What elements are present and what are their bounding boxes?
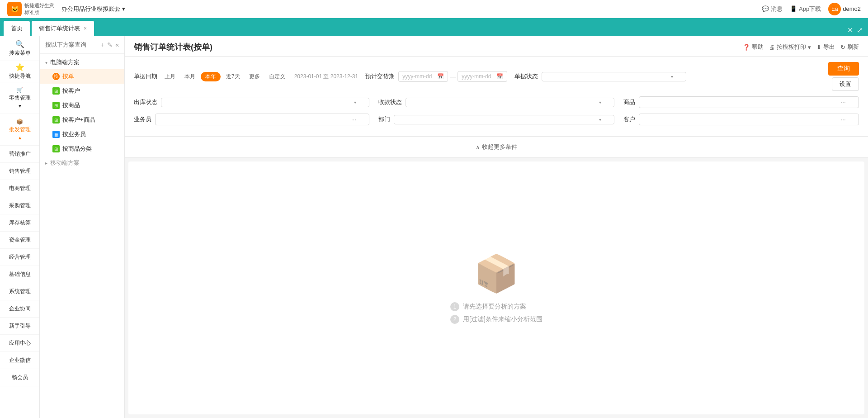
pc-scheme-group: ▾ 电脑端方案 按 按单 ⊞ 按客户 ⊞ 按商品 ⊞ 按客户+商品 [40,54,124,171]
mobile-scheme-group[interactable]: ▸ 移动端方案 [40,156,124,170]
sidebar-item-ecom[interactable]: 电商管理 [0,180,39,197]
filter-expected-date: 预计交货期 yyyy-mm-dd 📅 — yyyy-mm-dd 📅 [365,71,507,82]
window-close-icon[interactable]: ✕ [847,26,853,34]
expected-date-start[interactable]: yyyy-mm-dd 📅 [398,71,448,82]
delivery-status-select[interactable]: ▾ [161,98,369,107]
sidebar-item-basic[interactable]: 基础信息 [0,266,39,283]
filter-date: 单据日期 上月 本月 本年 近7天 更多 自定义 2023-01-01 至 20… [134,72,358,81]
date-btn-more[interactable]: 更多 [245,72,264,81]
date-btn-custom[interactable]: 自定义 [265,72,289,81]
filter-order-status: 单据状态 ▾ [514,72,686,81]
scheme-item-by-customer[interactable]: ⊞ 按客户 [40,84,124,98]
order-status-select[interactable]: ▾ [542,72,686,81]
empty-illustration: 📦 [474,252,519,295]
group-expand-icon: ▾ [45,60,47,65]
tab-home[interactable]: 首页 [4,21,30,36]
window-expand-icon[interactable]: ⤢ [857,26,863,34]
topbar-left: 🐱 畅捷通好生意 标准版 办公用品行业模拟账套 ▾ [7,2,129,16]
scheme-item-by-cust-prod[interactable]: ⊞ 按客户+商品 [40,113,124,127]
scheme-item-by-product[interactable]: ⊞ 按商品 [40,98,124,113]
sidebar-item-wechat[interactable]: 企业微信 [0,352,39,369]
app-download-button[interactable]: 📱 App下载 [790,5,821,13]
print-expand-icon: ▾ [808,44,811,51]
avatar: Ea [828,3,841,15]
topbar: 🐱 畅捷通好生意 标准版 办公用品行业模拟账套 ▾ 💬 消息 📱 App下载 E… [0,0,868,18]
date-separator: — [450,73,456,80]
query-actions: 查询 设置 [828,62,859,91]
hint-num-2: 2 [450,315,459,324]
content-area: 按以下方案查询 + ✎ « ▾ 电脑端方案 按 按单 ⊞ 按客户 [40,36,868,418]
download-icon: 📱 [790,5,797,12]
expand-icon: ▴ [19,134,21,141]
user-profile[interactable]: Ea demo2 [828,3,861,15]
print-icon: 🖨 [769,44,775,51]
empty-hints: 1 请先选择要分析的方案 2 用[过滤]条件来缩小分析范围 [450,302,542,324]
export-button[interactable]: ⬇ 导出 [816,43,835,51]
add-scheme-button[interactable]: + [101,41,104,48]
salesman-select[interactable]: ··· [155,114,369,125]
sidebar-item-appstore[interactable]: 应用中心 [0,335,39,352]
date-btn-7days[interactable]: 近7天 [222,72,244,81]
sidebar-item-finance[interactable]: 资金管理 [0,232,39,249]
expand-icon: ▾ [19,103,21,109]
workspace-selector[interactable]: 办公用品行业模拟账套 ▾ [58,3,129,15]
collapse-panel-button[interactable]: « [115,41,119,48]
customer-select[interactable]: ··· [639,114,859,125]
pc-scheme-group-header[interactable]: ▾ 电脑端方案 [40,56,124,69]
expected-date-end[interactable]: yyyy-mm-dd 📅 [458,71,507,82]
sidebar-item-system[interactable]: 系统管理 [0,283,39,300]
sidebar: 🔍 搜索菜单 ⭐ 快捷导航 🛒 零售管理 ▾ 📦 批发管理 ▴ [0,36,40,418]
scheme-item-by-category[interactable]: ⊞ 按商品分类 [40,142,124,156]
scheme-item-by-salesman[interactable]: ▦ 按业务员 [40,127,124,142]
wholesale-icon: 📦 [16,119,23,125]
refresh-icon: ↻ [840,44,845,51]
sidebar-item-newbie[interactable]: 新手引导 [0,318,39,335]
date-btn-this-month[interactable]: 本月 [181,72,199,81]
tab-sales-order-stats[interactable]: 销售订单统计表 × [32,21,94,36]
salesman-more-icon[interactable]: ··· [351,116,357,123]
tabbar-right: ✕ ⤢ [847,26,868,36]
sidebar-item-inventory[interactable]: 库存核算 [0,214,39,232]
date-btn-this-year[interactable]: 本年 [201,72,221,81]
help-button[interactable]: ❓ 帮助 [743,43,764,51]
message-icon: 💬 [762,5,769,12]
product-more-icon[interactable]: ··· [840,99,846,106]
query-button[interactable]: 查询 [828,62,859,76]
filter-customer: 客户 ··· [623,114,859,125]
page-header: 销售订单统计表(按单) ❓ 帮助 🖨 按模板打印 ▾ ⬇ 导出 [125,36,868,57]
export-icon: ⬇ [816,44,821,51]
customer-more-icon[interactable]: ··· [840,116,846,123]
empty-hint-2: 2 用[过滤]条件来缩小分析范围 [450,315,542,324]
message-button[interactable]: 💬 消息 [762,5,783,13]
refresh-button[interactable]: ↻ 刷新 [840,43,859,51]
sidebar-item-member[interactable]: 畅会员 [0,369,39,386]
sidebar-item-enterprise[interactable]: 企业协同 [0,300,39,318]
scheme-grid-icon: ⊞ [52,87,60,95]
select-arrow-icon: ▾ [354,100,356,105]
sidebar-item-marketing[interactable]: 营销推广 [0,146,39,163]
tab-close-icon[interactable]: × [84,25,87,32]
template-print-button[interactable]: 🖨 按模板打印 ▾ [769,43,811,51]
date-btn-last-month[interactable]: 上月 [161,72,179,81]
sidebar-item-ops[interactable]: 经营管理 [0,249,39,266]
sidebar-search-item[interactable]: 🔍 搜索菜单 [0,36,39,61]
sidebar-item-retail[interactable]: 🛒 零售管理 ▾ [0,82,39,114]
sidebar-item-sales[interactable]: 销售管理 [0,163,39,180]
sidebar-item-wholesale[interactable]: 📦 批发管理 ▴ [0,114,39,146]
collapse-more-conditions-button[interactable]: ∧ 收起更多条件 [125,140,868,154]
sidebar-quicknav-item[interactable]: ⭐ 快捷导航 [0,61,39,82]
product-select[interactable]: ··· [639,96,859,108]
scheme-bar-icon: ▦ [52,131,60,138]
payment-status-select[interactable]: ▾ [406,98,614,107]
empty-state: 📦 1 请先选择要分析的方案 2 用[过滤]条件来缩小分析范围 [128,162,864,414]
help-icon: ❓ [743,44,750,51]
scheme-item-by-order[interactable]: 按 按单 [40,69,124,84]
filter-delivery-status: 出库状态 ▾ [134,98,369,107]
settings-button[interactable]: 设置 [832,77,859,91]
filter-date-buttons: 上月 本月 本年 近7天 更多 自定义 [161,72,289,81]
scheme-grid-icon: ⊞ [52,116,60,124]
sidebar-item-purchase[interactable]: 采购管理 [0,197,39,214]
edit-scheme-button[interactable]: ✎ [107,41,113,48]
dept-select[interactable]: ▾ [394,115,614,124]
main-layout: 🔍 搜索菜单 ⭐ 快捷导航 🛒 零售管理 ▾ 📦 批发管理 ▴ [0,36,868,418]
